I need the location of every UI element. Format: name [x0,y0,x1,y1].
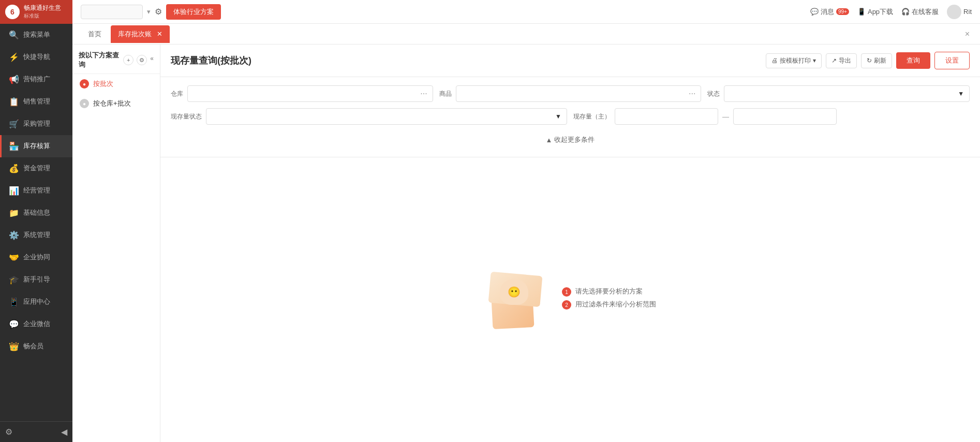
warehouse-label: 仓库 [171,90,183,98]
sidebar-item-wechat[interactable]: 💬 企业微信 [0,313,72,335]
left-panel-collapse-button[interactable]: « [150,55,154,65]
tabs-bar: 首页 库存批次账 ✕ × [72,24,980,45]
collapse-filters-btn[interactable]: ▲ 收起更多条件 [171,131,970,149]
status-select[interactable]: ▼ [724,85,970,102]
query-button[interactable]: 查询 [896,52,930,69]
sidebar-collapse-button[interactable]: ◀ [61,427,67,437]
status-label: 状态 [707,90,720,98]
left-panel-header: 按以下方案查询 + ⚙ « [72,45,160,74]
sidebar-item-search[interactable]: 🔍 搜索菜单 [0,24,72,46]
inventory-qty-filter: 现存量（主） — [573,108,970,125]
app-download-btn[interactable]: 📱 App下载 [857,7,893,17]
scheme-settings-button[interactable]: ⚙ [137,55,147,65]
topbar: ▾ ⚙ 体验行业方案 💬 消息 99+ 📱 App下载 🎧 在线客服 Rit [72,0,980,24]
tab-panel-close-button[interactable]: × [963,27,972,41]
empty-step-2: 2 用过滤条件来缩小分析范围 [562,300,656,310]
warehouse-dots[interactable]: ··· [420,89,427,98]
warehouse-filter: 仓库 ··· [171,85,433,102]
sidebar-settings-button[interactable]: ⚙ [5,427,12,437]
sidebar-item-system[interactable]: ⚙️ 系统管理 [0,224,72,246]
chevron-down-icon[interactable]: ▾ [147,8,151,16]
sidebar-item-marketing[interactable]: 📢 营销推广 [0,68,72,91]
sidebar-item-finance[interactable]: 💰 资金管理 [0,157,72,180]
sidebar: 6 畅康通好生意 标准版 🔍 搜索菜单 ⚡ 快捷导航 📢 营销推广 📋 销售管理… [0,0,72,442]
user-avatar[interactable]: Rit [947,5,972,19]
sidebar-item-operation[interactable]: 📊 经营管理 [0,180,72,202]
refresh-button[interactable]: ↻ 刷新 [861,53,892,68]
sidebar-item-app[interactable]: 📱 应用中心 [0,291,72,313]
inventory-qty-to[interactable] [733,108,837,125]
filter-row-1: 仓库 ··· 商品 ··· 状态 [171,85,970,102]
empty-illustration: 😶 [484,269,546,331]
warehouse-input[interactable]: ··· [187,85,433,102]
trial-btn[interactable]: 体验行业方案 [166,4,221,20]
step-2-icon: 2 [562,300,571,310]
sidebar-item-inventory[interactable]: 🏪 库存核算 [0,135,72,157]
scheme-item-warehouse-batch[interactable]: ● 按仓库+批次 [72,94,160,113]
sidebar-item-purchase[interactable]: 🛒 采购管理 [0,113,72,135]
inventory-qty-from[interactable] [615,108,718,125]
status-filter: 状态 ▼ [707,85,970,102]
app-icon: 📱 [9,297,19,307]
product-label: 商品 [439,90,452,98]
finance-icon: 💰 [9,164,19,173]
sidebar-item-enterprise[interactable]: 🤝 企业协同 [0,246,72,269]
tab-home[interactable]: 首页 [81,25,109,43]
inventory-qty-label: 现存量（主） [573,112,611,121]
message-icon: 💬 [810,8,819,16]
operation-icon: 📊 [9,186,19,196]
app-logo: 6 [5,5,20,19]
left-panel-title: 按以下方案查询 [79,51,123,69]
filter-area: 仓库 ··· 商品 ··· 状态 [160,77,980,157]
newbie-icon: 🎓 [9,275,19,285]
page-header: 现存量查询(按批次) 🖨 按模板打印 ▾ ↗ 导出 ↻ [160,45,980,77]
message-btn[interactable]: 💬 消息 99+ [810,7,849,17]
scheme-item-batch[interactable]: ● 按批次 [72,74,160,94]
filter-row-2: 现存量状态 ▼ 现存量（主） — [171,108,970,125]
online-service-btn[interactable]: 🎧 在线客服 [901,7,939,17]
sidebar-item-member[interactable]: 👑 畅会员 [0,335,72,358]
product-filter: 商品 ··· [439,85,702,102]
inventory-icon: 🏪 [9,141,19,151]
step-1-icon: 1 [562,287,571,297]
main-panel: 现存量查询(按批次) 🖨 按模板打印 ▾ ↗ 导出 ↻ [160,45,980,442]
topbar-search-input[interactable] [81,5,143,19]
topbar-left: ▾ ⚙ 体验行业方案 [81,4,804,20]
sidebar-item-sales[interactable]: 📋 销售管理 [0,91,72,113]
main-area: ▾ ⚙ 体验行业方案 💬 消息 99+ 📱 App下载 🎧 在线客服 Rit [72,0,980,442]
flash-icon: ⚡ [9,52,19,62]
product-dots[interactable]: ··· [689,89,695,98]
system-icon: ⚙️ [9,230,19,240]
settings-button[interactable]: 设置 [934,52,970,69]
add-scheme-button[interactable]: + [123,55,133,65]
message-badge: 99+ [836,8,849,15]
page-title-row: 现存量查询(按批次) 🖨 按模板打印 ▾ ↗ 导出 ↻ [171,52,970,69]
export-button[interactable]: ↗ 导出 [826,53,857,68]
avatar [947,5,961,19]
product-input[interactable]: ··· [456,85,702,102]
page-actions: 🖨 按模板打印 ▾ ↗ 导出 ↻ 刷新 查询 设置 [766,52,970,69]
sidebar-bottom: ⚙ ◀ [0,421,72,442]
print-dropdown-icon: ▾ [813,57,816,64]
inventory-status-filter: 现存量状态 ▼ [171,108,567,125]
qty-dash: — [722,113,729,121]
headset-icon: 🎧 [901,8,910,16]
empty-text: 1 请先选择要分析的方案 2 用过滤条件来缩小分析范围 [562,287,656,313]
sidebar-item-newbie[interactable]: 🎓 新手引导 [0,269,72,291]
sidebar-item-quicknav[interactable]: ⚡ 快捷导航 [0,46,72,68]
empty-step-1: 1 请先选择要分析的方案 [562,287,656,297]
status-dropdown-icon: ▼ [958,90,964,97]
wechat-icon: 💬 [9,319,19,329]
inventory-status-select[interactable]: ▼ [206,108,567,125]
tab-inventory-batch[interactable]: 库存批次账 ✕ [111,25,170,43]
export-icon: ↗ [831,57,837,64]
topbar-right: 💬 消息 99+ 📱 App下载 🎧 在线客服 Rit [810,5,972,19]
sidebar-nav: 🔍 搜索菜单 ⚡ 快捷导航 📢 营销推广 📋 销售管理 🛒 采购管理 🏪 库存核… [0,24,72,421]
printer-icon: 🖨 [771,57,778,64]
left-panel-actions: + ⚙ « [123,55,154,65]
sidebar-item-basic[interactable]: 📁 基础信息 [0,202,72,224]
topbar-gear-icon[interactable]: ⚙ [155,7,162,17]
tab-close-icon[interactable]: ✕ [157,30,162,38]
page-title: 现存量查询(按批次) [171,54,251,67]
print-button[interactable]: 🖨 按模板打印 ▾ [766,53,822,68]
